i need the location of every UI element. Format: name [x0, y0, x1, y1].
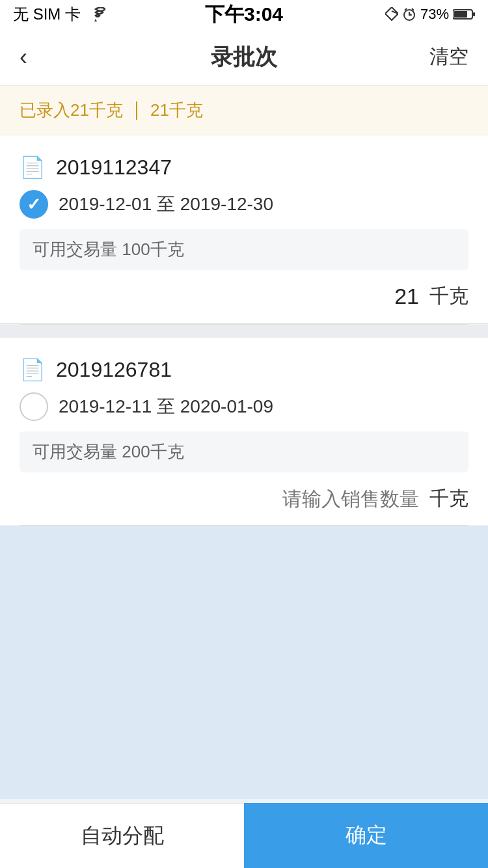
batch1-quantity-unit: 千克 [429, 283, 468, 310]
batch2-available: 可用交易量 200千克 [20, 431, 468, 472]
page-title: 录批次 [211, 42, 277, 72]
recorded-label: 已录入21千克 [20, 99, 123, 122]
svg-rect-3 [473, 12, 475, 16]
back-button[interactable]: ‹ [20, 44, 59, 71]
location-icon [385, 7, 398, 21]
wifi-icon [86, 7, 105, 21]
recorded-value: 21千克 [150, 99, 203, 122]
status-time: 下午3:04 [205, 1, 283, 28]
info-divider [136, 102, 137, 120]
status-bar: 无 SIM 卡 下午3:04 73% [0, 0, 488, 29]
batch2-card: 📄 2019126781 2019-12-11 至 2020-01-09 可用交… [0, 338, 488, 472]
batch1-quantity-row: 21 千克 [0, 270, 488, 324]
batch1-date-range: 2019-12-01 至 2019-12-30 [59, 192, 273, 217]
empty-area [0, 526, 488, 799]
batch2-header: 📄 2019126781 [20, 357, 468, 382]
batch2-date-row: 2019-12-11 至 2020-01-09 [20, 392, 468, 421]
status-left: 无 SIM 卡 [13, 4, 105, 25]
info-banner: 已录入21千克 21千克 [0, 86, 488, 135]
batch2-input-row: 千克 [0, 472, 488, 525]
nav-bar: ‹ 录批次 清空 [0, 29, 488, 86]
batch1-date-row: ✓ 2019-12-01 至 2019-12-30 [20, 190, 468, 219]
bottom-bar: 自动分配 确定 [0, 803, 488, 868]
batch1-radio[interactable]: ✓ [20, 190, 48, 219]
batch1-card: 📄 2019112347 ✓ 2019-12-01 至 2019-12-30 可… [0, 135, 488, 270]
batch1-id: 2019112347 [56, 156, 172, 180]
batch1-header: 📄 2019112347 [20, 155, 468, 180]
batch2-input-unit: 千克 [429, 485, 468, 512]
clear-button[interactable]: 清空 [429, 44, 468, 70]
status-right: 73% [385, 6, 475, 23]
auto-distribute-button[interactable]: 自动分配 [0, 803, 244, 868]
batch2-quantity-input[interactable] [224, 488, 419, 510]
battery-icon [453, 8, 475, 20]
batch1-quantity-value: 21 [394, 284, 419, 309]
batch2-doc-icon: 📄 [20, 357, 46, 382]
alarm-icon [402, 7, 416, 21]
batch2-id: 2019126781 [56, 358, 172, 382]
batch1-available: 可用交易量 100千克 [20, 229, 468, 270]
no-sim-text: 无 SIM 卡 [13, 4, 81, 25]
batch2-radio[interactable] [20, 392, 48, 421]
section-separator [0, 325, 488, 338]
battery-percent: 73% [420, 6, 449, 23]
batch2-date-range: 2019-12-11 至 2020-01-09 [59, 394, 273, 419]
batch1-check-icon: ✓ [27, 195, 41, 215]
confirm-button[interactable]: 确定 [244, 803, 488, 868]
batch1-doc-icon: 📄 [20, 155, 46, 180]
svg-rect-2 [454, 11, 467, 18]
